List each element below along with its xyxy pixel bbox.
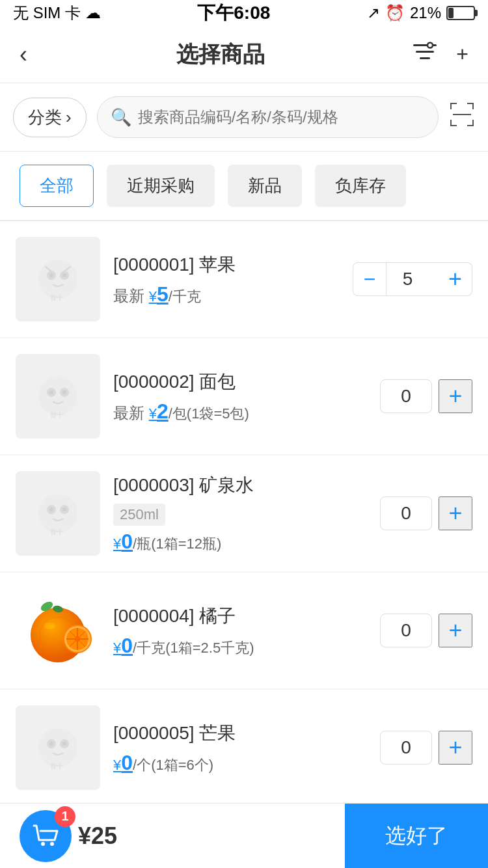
search-input[interactable] xyxy=(138,108,425,126)
svg-point-45 xyxy=(38,728,77,767)
filter-bar: 分类 › 🔍 xyxy=(0,83,488,152)
product-info-0000002: [0000002] 面包 最新 ¥2/包(1袋=5包) xyxy=(113,370,367,424)
filter-icon[interactable] xyxy=(413,42,437,67)
list-item: 智十 [0000005] 芒果 ¥0/个(1箱=6个) 0 + xyxy=(0,690,488,806)
svg-rect-12 xyxy=(453,114,471,115)
svg-rect-9 xyxy=(450,120,452,126)
svg-point-17 xyxy=(62,273,66,277)
product-price-0000004: ¥0/千克(1箱=2.5千克) xyxy=(113,634,367,658)
svg-point-57 xyxy=(41,842,45,846)
qty-display-0000004[interactable]: 0 xyxy=(380,614,432,647)
add-button[interactable]: + xyxy=(456,42,468,66)
svg-point-16 xyxy=(49,273,53,277)
svg-rect-7 xyxy=(472,103,474,109)
qty-minus-0000001[interactable]: − xyxy=(353,262,386,296)
qty-control-0000001: − + xyxy=(353,262,472,296)
svg-text:智十: 智十 xyxy=(50,411,63,418)
list-item: 智十 [0000003] 矿泉水 250ml ¥0/瓶(1箱=12瓶) 0 + xyxy=(0,455,488,571)
qty-input-0000001[interactable] xyxy=(386,262,439,296)
qty-control-0000005: 0 + xyxy=(380,731,472,765)
svg-rect-5 xyxy=(450,103,452,109)
svg-point-23 xyxy=(62,390,66,394)
product-price-0000005: ¥0/个(1箱=6个) xyxy=(113,751,367,775)
product-spec-0000003: 250ml xyxy=(113,504,165,526)
svg-point-28 xyxy=(49,508,53,511)
product-info-0000005: [0000005] 芒果 ¥0/个(1箱=6个) xyxy=(113,721,367,775)
product-name-0000002: [0000002] 面包 xyxy=(113,370,367,394)
alarm-icon: ⏰ xyxy=(385,4,405,22)
product-price-0000001: 最新 ¥5/千克 xyxy=(113,282,340,306)
list-item: [0000004] 橘子 ¥0/千克(1箱=2.5千克) 0 + xyxy=(0,573,488,688)
product-image-0000004 xyxy=(16,588,100,673)
svg-point-48 xyxy=(49,742,53,746)
cart-section: 1 ¥25 xyxy=(0,810,345,862)
scan-icon[interactable] xyxy=(449,102,475,133)
tab-new[interactable]: 新品 xyxy=(228,165,302,207)
qty-control-0000002: 0 + xyxy=(380,379,472,413)
product-info-0000001: [0000001] 苹果 最新 ¥5/千克 xyxy=(113,252,340,306)
svg-text:智十: 智十 xyxy=(50,294,63,301)
product-name-0000001: [0000001] 苹果 xyxy=(113,252,340,277)
confirm-button[interactable]: 选好了 xyxy=(345,804,488,869)
svg-point-19 xyxy=(38,377,77,416)
qty-display-0000002[interactable]: 0 xyxy=(380,379,432,413)
tab-negative[interactable]: 负库存 xyxy=(315,165,406,207)
qty-plus-0000005[interactable]: + xyxy=(439,731,472,765)
cart-icon-wrap[interactable]: 1 xyxy=(20,810,72,862)
svg-point-25 xyxy=(38,494,77,533)
qty-display-0000005[interactable]: 0 xyxy=(380,731,432,765)
qty-plus-0000003[interactable]: + xyxy=(439,496,472,530)
svg-rect-1 xyxy=(416,51,434,53)
svg-point-58 xyxy=(50,842,54,846)
product-image-0000005: 智十 xyxy=(16,705,100,790)
status-left: 无 SIM 卡 ☁ xyxy=(13,3,101,23)
product-image-0000001: 智十 xyxy=(16,237,100,321)
svg-point-49 xyxy=(62,742,66,746)
product-info-0000004: [0000004] 橘子 ¥0/千克(1箱=2.5千克) xyxy=(113,604,367,658)
search-icon: 🔍 xyxy=(111,107,131,128)
qty-plus-0000001[interactable]: + xyxy=(439,262,472,296)
nav-actions: + xyxy=(413,42,468,67)
location-icon: ↗ xyxy=(367,4,380,22)
page-title: 选择商品 xyxy=(176,40,265,70)
svg-rect-2 xyxy=(420,57,430,59)
product-price-0000003: ¥0/瓶(1箱=12瓶) xyxy=(113,530,367,554)
battery-label: 21% xyxy=(410,4,441,22)
no-sim-label: 无 SIM 卡 ☁ xyxy=(13,3,101,23)
category-button[interactable]: 分类 › xyxy=(13,98,87,137)
status-bar: 无 SIM 卡 ☁ 下午6:08 ↗ ⏰ 21% xyxy=(0,0,488,26)
product-image-0000003: 智十 xyxy=(16,471,100,556)
qty-display-0000003[interactable]: 0 xyxy=(380,496,432,530)
product-price-0000002: 最新 ¥2/包(1袋=5包) xyxy=(113,400,367,424)
list-item: 智十 [0000001] 苹果 最新 ¥5/千克 − + xyxy=(0,221,488,337)
battery-icon xyxy=(446,6,475,20)
list-item: 智十 [0000002] 面包 最新 ¥2/包(1袋=5包) 0 + xyxy=(0,338,488,454)
qty-control-0000004: 0 + xyxy=(380,614,472,647)
svg-text:智十: 智十 xyxy=(50,528,63,536)
cart-total: ¥25 xyxy=(78,822,117,850)
product-name-0000003: [0000003] 矿泉水 xyxy=(113,473,367,498)
bottom-bar: 1 ¥25 选好了 xyxy=(0,803,488,868)
product-list: 智十 [0000001] 苹果 最新 ¥5/千克 − + xyxy=(0,221,488,868)
product-name-0000005: [0000005] 芒果 xyxy=(113,721,367,746)
search-box[interactable]: 🔍 xyxy=(97,96,439,138)
tab-bar: 全部 近期采购 新品 负库存 xyxy=(0,152,488,221)
status-right: ↗ ⏰ 21% xyxy=(367,4,475,22)
cart-badge: 1 xyxy=(55,806,75,827)
back-button[interactable]: ‹ xyxy=(20,41,27,68)
nav-bar: ‹ 选择商品 + xyxy=(0,26,488,83)
svg-point-36 xyxy=(44,623,55,629)
status-time: 下午6:08 xyxy=(197,1,270,25)
svg-text:智十: 智十 xyxy=(50,763,63,770)
product-info-0000003: [0000003] 矿泉水 250ml ¥0/瓶(1箱=12瓶) xyxy=(113,473,367,554)
svg-point-44 xyxy=(75,636,80,642)
svg-point-22 xyxy=(49,390,53,394)
tab-recent[interactable]: 近期采购 xyxy=(107,165,215,207)
svg-point-13 xyxy=(38,260,77,299)
qty-plus-0000004[interactable]: + xyxy=(439,614,472,647)
svg-point-3 xyxy=(427,43,433,48)
tab-all[interactable]: 全部 xyxy=(20,165,94,207)
product-name-0000004: [0000004] 橘子 xyxy=(113,604,367,629)
qty-control-0000003: 0 + xyxy=(380,496,472,530)
qty-plus-0000002[interactable]: + xyxy=(439,379,472,413)
